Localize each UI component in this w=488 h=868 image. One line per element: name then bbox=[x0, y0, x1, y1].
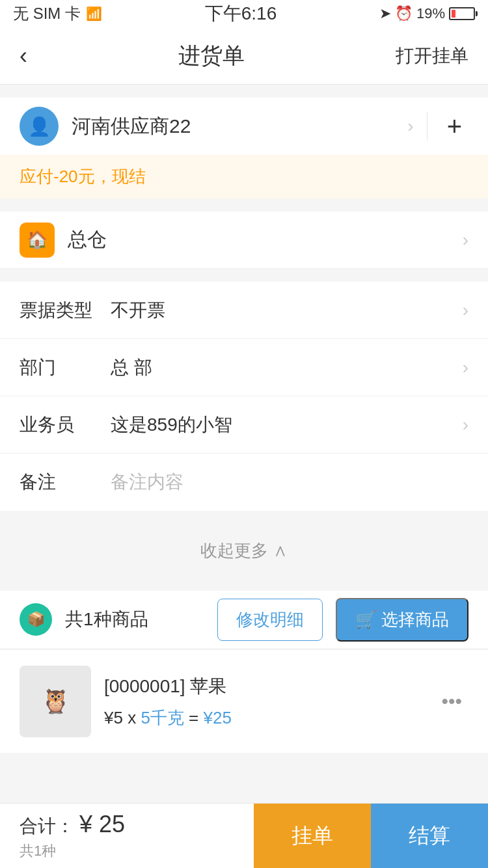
products-icon: 📦 bbox=[20, 603, 52, 636]
separator-products bbox=[0, 578, 488, 591]
supplier-name: 河南供应商22 bbox=[72, 113, 407, 140]
battery-icon bbox=[449, 7, 475, 20]
product-code: [0000001] bbox=[104, 676, 185, 696]
separator-top bbox=[0, 85, 488, 98]
product-name: [0000001] 苹果 bbox=[104, 674, 435, 699]
checkout-button-label: 结算 bbox=[409, 822, 450, 850]
salesman-chevron-icon: › bbox=[463, 414, 468, 435]
product-info: [0000001] 苹果 ¥5 x 5千克 = ¥25 bbox=[104, 674, 435, 729]
department-chevron-icon: › bbox=[463, 357, 468, 378]
supplier-card: 👤 河南供应商22 › + 应付-20元，现结 bbox=[0, 98, 488, 198]
battery-percent: 19% bbox=[416, 5, 445, 22]
products-icon-glyph: 📦 bbox=[27, 611, 45, 628]
department-row[interactable]: 部门 总 部 › bbox=[0, 339, 488, 396]
product-multiply: x bbox=[128, 708, 141, 727]
supplier-row[interactable]: 👤 河南供应商22 › + bbox=[0, 98, 488, 155]
edit-detail-button[interactable]: 修改明细 bbox=[217, 599, 323, 641]
form-card: 票据类型 不开票 › 部门 总 部 › 业务员 这是859的小智 › 备注 备注… bbox=[0, 282, 488, 511]
location-icon: ➤ bbox=[379, 5, 391, 22]
collapse-label: 收起更多 ∧ bbox=[200, 541, 287, 560]
status-time: 下午6:16 bbox=[205, 1, 277, 26]
notice-bar: 应付-20元，现结 bbox=[0, 155, 488, 198]
warehouse-icon: 🏠 bbox=[20, 223, 55, 258]
product-name-text: 苹果 bbox=[190, 676, 226, 696]
product-price: ¥5 x 5千克 = ¥25 bbox=[104, 707, 435, 729]
notice-text: 应付-20元，现结 bbox=[20, 167, 146, 186]
wifi-icon: 📶 bbox=[86, 6, 102, 21]
warehouse-row[interactable]: 🏠 总仓 › bbox=[0, 211, 488, 269]
invoice-type-chevron-icon: › bbox=[463, 300, 468, 321]
invoice-type-value: 不开票 bbox=[111, 298, 463, 323]
checkout-button[interactable]: 结算 bbox=[371, 804, 488, 869]
hang-button[interactable]: 挂单 bbox=[254, 804, 371, 869]
supplier-chevron-icon: › bbox=[407, 116, 413, 137]
invoice-type-label: 票据类型 bbox=[20, 298, 98, 323]
total-label: 合计： bbox=[20, 814, 74, 839]
department-value: 总 部 bbox=[111, 355, 463, 380]
product-unit-price: ¥5 bbox=[104, 708, 123, 727]
salesman-row[interactable]: 业务员 这是859的小智 › bbox=[0, 396, 488, 454]
collapse-button[interactable]: 收起更多 ∧ bbox=[0, 524, 488, 578]
avatar-icon: 👤 bbox=[28, 116, 51, 137]
salesman-value: 这是859的小智 bbox=[111, 413, 463, 437]
warehouse-card: 🏠 总仓 › bbox=[0, 211, 488, 269]
supplier-divider bbox=[427, 112, 427, 141]
nav-bar: ‹ 进货单 打开挂单 bbox=[0, 27, 488, 85]
products-count-text: 共1种商品 bbox=[65, 607, 204, 632]
back-button[interactable]: ‹ bbox=[20, 42, 27, 70]
salesman-label: 业务员 bbox=[20, 413, 98, 437]
products-header: 📦 共1种商品 修改明细 🛒 选择商品 bbox=[0, 591, 488, 648]
status-bar: 无 SIM 卡 📶 下午6:16 ➤ ⏰ 19% bbox=[0, 0, 488, 27]
status-right: ➤ ⏰ 19% bbox=[379, 5, 475, 22]
remark-label: 备注 bbox=[20, 470, 98, 495]
remark-row[interactable]: 备注 备注内容 bbox=[0, 454, 488, 511]
page-title: 进货单 bbox=[178, 41, 245, 71]
product-thumbnail: 🦉 bbox=[20, 666, 91, 737]
open-hang-button[interactable]: 打开挂单 bbox=[396, 44, 468, 68]
total-count: 共1种 bbox=[20, 841, 234, 861]
add-supplier-button[interactable]: + bbox=[441, 112, 468, 141]
alarm-icon: ⏰ bbox=[395, 5, 413, 22]
warehouse-chevron-icon: › bbox=[463, 230, 468, 251]
product-total: ¥25 bbox=[204, 708, 232, 727]
status-left: 无 SIM 卡 📶 bbox=[13, 3, 102, 24]
product-item: 🦉 [0000001] 苹果 ¥5 x 5千克 = ¥25 ••• bbox=[0, 649, 488, 753]
supplier-avatar: 👤 bbox=[20, 107, 59, 146]
select-product-label: 选择商品 bbox=[381, 608, 449, 631]
product-thumb-icon: 🦉 bbox=[41, 688, 70, 715]
carrier-label: 无 SIM 卡 bbox=[13, 3, 81, 24]
remark-input[interactable]: 备注内容 bbox=[111, 470, 468, 495]
product-more-button[interactable]: ••• bbox=[435, 684, 468, 719]
select-product-button[interactable]: 🛒 选择商品 bbox=[336, 598, 468, 642]
warehouse-label: 总仓 bbox=[68, 226, 463, 253]
hang-button-label: 挂单 bbox=[291, 822, 333, 850]
bottom-bar: 合计： ¥ 25 共1种 挂单 结算 bbox=[0, 803, 488, 868]
total-section: 合计： ¥ 25 共1种 bbox=[0, 811, 254, 861]
cart-icon: 🛒 bbox=[355, 610, 376, 630]
department-label: 部门 bbox=[20, 355, 98, 380]
product-equals: = bbox=[189, 708, 203, 727]
product-quantity: 5千克 bbox=[141, 708, 183, 727]
main-content: 👤 河南供应商22 › + 应付-20元，现结 🏠 总仓 › 票据类型 不开票 … bbox=[0, 85, 488, 818]
invoice-type-row[interactable]: 票据类型 不开票 › bbox=[0, 282, 488, 339]
total-amount: ¥ 25 bbox=[79, 811, 125, 838]
total-row: 合计： ¥ 25 bbox=[20, 811, 234, 839]
